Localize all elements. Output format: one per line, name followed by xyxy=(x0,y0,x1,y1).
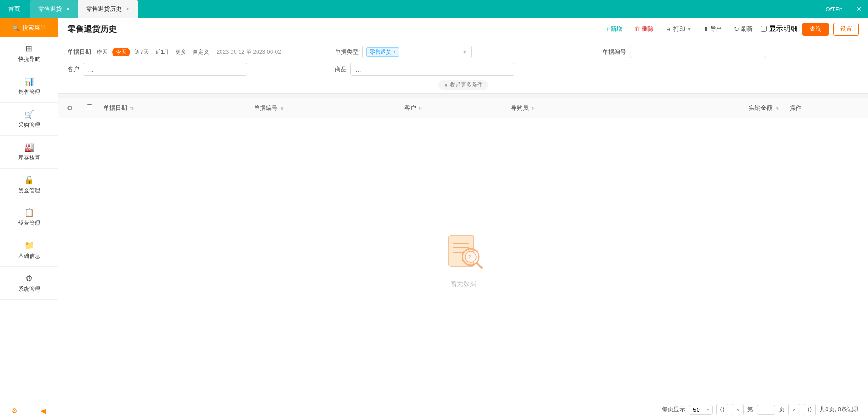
col-voucher-no-sort[interactable]: ⇅ xyxy=(280,106,284,111)
filter-row-2: 客户 商品 xyxy=(67,63,859,76)
voucher-no-label: 单据编号 xyxy=(602,48,626,56)
filter-voucher-type: 单据类型 零售退货 × ▼ xyxy=(335,46,591,58)
content-area: 零售退货历史 + 新增 🗑 删除 🖨 打印 ▼ ⬆ 导出 ↻ 刷新 xyxy=(58,18,868,420)
page-input[interactable]: 1 xyxy=(757,405,775,415)
sidebar-item-purchase-mgmt-label: 采购管理 xyxy=(18,121,40,129)
refresh-button[interactable]: ↻ 刷新 xyxy=(730,23,756,35)
page-header: 零售退货历史 + 新增 🗑 删除 🖨 打印 ▼ ⬆ 导出 ↻ 刷新 xyxy=(58,18,868,40)
show-detail-checkbox[interactable] xyxy=(761,26,767,32)
toolbar: + 新增 🗑 删除 🖨 打印 ▼ ⬆ 导出 ↻ 刷新 显示明细 xyxy=(602,23,859,36)
top-bar: 首页 零售退货 × 零售退货历史 × OfTEn × xyxy=(0,0,868,18)
tab-retail-return-close[interactable]: × xyxy=(67,6,70,12)
tab-retail-return-history[interactable]: 零售退货历史 × xyxy=(78,0,138,18)
sidebar-search-label: 搜索菜单 xyxy=(22,24,46,32)
next-page-button[interactable]: ＞ xyxy=(788,404,800,415)
col-actual-amount-sort[interactable]: ⇅ xyxy=(775,106,779,111)
query-button[interactable]: 查询 xyxy=(802,23,829,36)
collapse-button[interactable]: ∧ 收起更多条件 xyxy=(438,80,488,90)
sidebar-item-finance-mgmt[interactable]: 🔒 资金管理 xyxy=(0,169,58,201)
print-dropdown-icon[interactable]: ▼ xyxy=(687,26,692,31)
empty-state: ? 暂无数据 xyxy=(58,118,868,399)
filter-row-1: 单据日期 昨天 今天 近7天 近1月 更多 自定义 2023-06-02 至 2… xyxy=(67,46,859,58)
delete-button[interactable]: 🗑 删除 xyxy=(631,23,657,35)
customer-input[interactable] xyxy=(83,63,247,76)
voucher-type-tag: 零售退货 × xyxy=(366,47,399,57)
system-mgmt-icon: ⚙ xyxy=(26,273,33,283)
settings-button[interactable]: 设置 xyxy=(833,23,859,36)
sidebar-search[interactable]: 🔍 搜索菜单 xyxy=(0,18,58,37)
sidebar-item-system-mgmt-label: 系统管理 xyxy=(18,285,40,293)
print-button[interactable]: 🖨 打印 ▼ xyxy=(662,23,695,35)
operations-mgmt-icon: 📋 xyxy=(24,208,34,218)
sidebar-item-purchase-mgmt[interactable]: 🛒 采购管理 xyxy=(0,103,58,136)
pagination: 每页显示 10 20 50 100 ⟨⟨ ＜ 第 1 页 ＞ ⟩⟩ 共0页, 0… xyxy=(58,399,868,420)
svg-text:?: ? xyxy=(468,254,471,261)
voucher-type-input[interactable]: 零售退货 × ▼ xyxy=(362,46,472,58)
tab-home[interactable]: 首页 xyxy=(0,0,28,18)
window-close-button[interactable]: × xyxy=(850,0,868,18)
print-icon: 🖨 xyxy=(666,26,672,32)
date-opt-today[interactable]: 今天 xyxy=(112,48,130,56)
empty-illustration: ? xyxy=(441,229,486,274)
col-settings: ⚙ xyxy=(58,98,81,118)
col-customer: 客户 ⇅ xyxy=(399,98,505,118)
date-opt-1month[interactable]: 近1月 xyxy=(154,48,171,56)
data-table: ⚙ 单据日期 ⇅ 单据编号 ⇅ xyxy=(58,98,868,118)
show-detail-label: 显示明细 xyxy=(769,24,798,34)
sidebar-item-inventory[interactable]: 🏭 库存核算 xyxy=(0,136,58,169)
finance-mgmt-icon: 🔒 xyxy=(24,175,34,185)
sidebar-item-quick-nav-label: 快捷导航 xyxy=(18,56,40,63)
col-actual-amount: 实销金额 ⇅ xyxy=(634,98,784,118)
date-options: 昨天 今天 近7天 近1月 更多 自定义 2023-06-02 至 2023-0… xyxy=(95,48,281,56)
sidebar-item-finance-mgmt-label: 资金管理 xyxy=(18,187,40,195)
sidebar-item-inventory-label: 库存核算 xyxy=(18,154,40,162)
col-guide-sort[interactable]: ⇅ xyxy=(531,106,535,111)
sidebar-item-system-mgmt[interactable]: ⚙ 系统管理 xyxy=(0,267,58,300)
tab-retail-return[interactable]: 零售退货 × xyxy=(30,0,78,18)
total-info: 共0页, 0条记录 xyxy=(819,405,859,414)
sidebar-item-basic-info[interactable]: 📁 基础信息 xyxy=(0,234,58,267)
per-page-select[interactable]: 10 20 50 100 xyxy=(689,405,713,415)
col-customer-sort[interactable]: ⇅ xyxy=(418,106,422,111)
goods-input[interactable] xyxy=(350,63,514,76)
sidebar-audio-button[interactable]: ◀ xyxy=(29,401,58,420)
voucher-type-tag-text: 零售退货 xyxy=(370,48,391,56)
select-all-checkbox[interactable] xyxy=(87,104,92,110)
sidebar-item-operations-mgmt[interactable]: 📋 经营管理 xyxy=(0,201,58,234)
tab-home-label: 首页 xyxy=(8,5,20,13)
table-settings-icon[interactable]: ⚙ xyxy=(64,102,76,114)
voucher-type-tag-close[interactable]: × xyxy=(393,50,396,55)
voucher-type-dropdown-icon[interactable]: ▼ xyxy=(462,49,467,55)
col-guide: 导购员 ⇅ xyxy=(505,98,634,118)
prev-page-button[interactable]: ＜ xyxy=(732,404,744,415)
export-button[interactable]: ⬆ 导出 xyxy=(700,23,726,35)
sidebar-item-quick-nav[interactable]: ⊞ 快捷导航 xyxy=(0,37,58,70)
customer-label: 客户 xyxy=(67,65,79,73)
page-title: 零售退货历史 xyxy=(67,24,602,35)
col-customer-label: 客户 xyxy=(404,104,416,111)
last-page-button[interactable]: ⟩⟩ xyxy=(804,404,816,415)
voucher-no-input[interactable] xyxy=(630,46,766,58)
date-opt-custom[interactable]: 自定义 xyxy=(191,48,211,56)
date-opt-yesterday[interactable]: 昨天 xyxy=(95,48,109,56)
tab-retail-return-label: 零售退货 xyxy=(38,5,62,13)
sidebar-item-sales-mgmt[interactable]: 📊 销售管理 xyxy=(0,70,58,103)
date-opt-more[interactable]: 更多 xyxy=(174,48,188,56)
refresh-label: 刷新 xyxy=(741,25,753,33)
col-date-sort[interactable]: ⇅ xyxy=(130,106,134,111)
basic-info-icon: 📁 xyxy=(24,241,34,251)
date-opt-7days[interactable]: 近7天 xyxy=(133,48,151,56)
sidebar-settings-button[interactable]: ⚙ xyxy=(0,401,29,420)
first-page-button[interactable]: ⟨⟨ xyxy=(716,404,728,415)
col-action: 操作 xyxy=(784,98,868,118)
table-header: ⚙ 单据日期 ⇅ 单据编号 ⇅ xyxy=(58,98,868,118)
show-detail-toggle: 显示明细 xyxy=(761,24,798,34)
main-layout: 🔍 搜索菜单 ⊞ 快捷导航 📊 销售管理 🛒 采购管理 🏭 库存核算 🔒 资金管… xyxy=(0,18,868,420)
col-voucher-no-label: 单据编号 xyxy=(254,104,277,111)
add-button[interactable]: + 新增 xyxy=(602,23,626,35)
collapse-label: 收起更多条件 xyxy=(450,81,483,89)
sidebar-item-basic-info-label: 基础信息 xyxy=(18,252,40,260)
tab-retail-return-history-close[interactable]: × xyxy=(126,6,129,12)
svg-line-6 xyxy=(477,263,482,268)
col-voucher-no: 单据编号 ⇅ xyxy=(248,98,399,118)
